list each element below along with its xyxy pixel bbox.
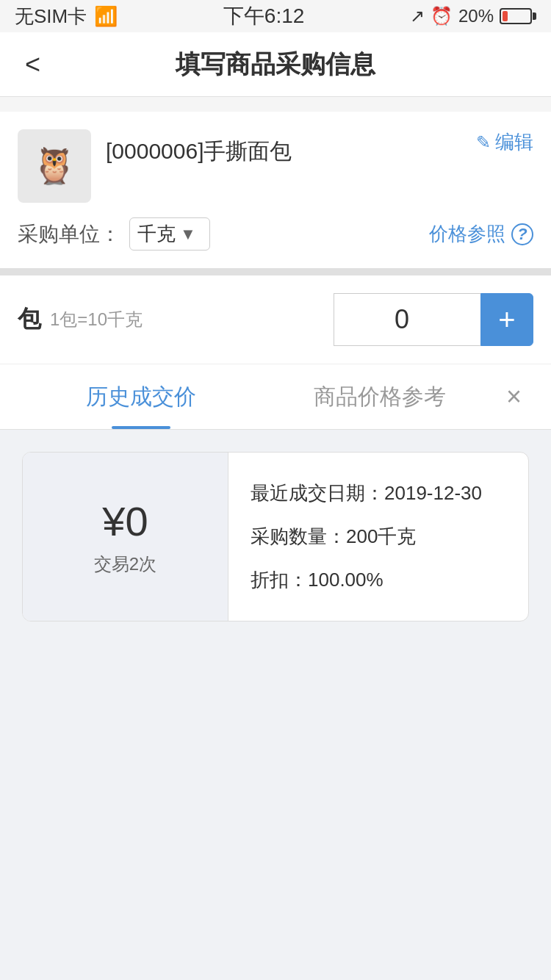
edit-icon: ✎ (476, 132, 491, 153)
plus-icon: + (498, 303, 515, 336)
tab-bar: 历史成交价 商品价格参考 × (0, 364, 551, 430)
purchase-qty-value: 200千克 (346, 525, 416, 547)
trade-count: 交易2次 (94, 552, 156, 576)
price-reference-button[interactable]: 价格参照 ? (429, 221, 533, 247)
quantity-label: 包 1包=10千克 (18, 303, 143, 336)
status-time: 下午6:12 (223, 2, 305, 30)
product-name: [0000006]手撕面包 (106, 129, 292, 167)
wifi-icon: 📶 (94, 5, 118, 28)
status-right: ↗ ⏰ 20% (410, 6, 536, 26)
status-bar: 无SIM卡 📶 下午6:12 ↗ ⏰ 20% (0, 0, 551, 32)
quantity-control: + (334, 293, 533, 346)
discount-value: 100.00% (308, 569, 383, 591)
tab-close-button[interactable]: × (499, 374, 529, 419)
section-divider (0, 268, 551, 275)
price-ref-label: 价格参照 (429, 221, 505, 247)
purchase-qty-row: 采购数量：200千克 (251, 522, 506, 551)
unit-select[interactable]: 千克 ▼ (129, 217, 210, 251)
battery-text: 20% (458, 6, 494, 26)
qty-unit: 包 (18, 303, 41, 336)
quantity-input[interactable] (334, 293, 480, 346)
product-card: 🦉 [0000006]手撕面包 ✎ 编辑 采购单位： 千克 ▼ 价格参照 ? (0, 112, 551, 268)
tab-underline (112, 426, 170, 429)
product-header: 🦉 [0000006]手撕面包 ✎ 编辑 (18, 129, 533, 203)
dropdown-arrow-icon: ▼ (180, 225, 196, 244)
recent-date-value: 2019-12-30 (384, 482, 482, 504)
purchase-qty-label: 采购数量： (251, 525, 346, 547)
discount-row: 折扣：100.00% (251, 566, 506, 594)
unit-label: 采购单位： (18, 220, 120, 248)
discount-label: 折扣： (251, 569, 308, 591)
tab-product-price[interactable]: 商品价格参考 (260, 364, 498, 429)
card-right: 最近成交日期：2019-12-30 采购数量：200千克 折扣：100.00% (228, 453, 528, 621)
page-title: 填写商品采购信息 (176, 48, 375, 82)
back-button[interactable]: < (18, 42, 48, 87)
tab-history-label: 历史成交价 (86, 382, 196, 412)
unit-value: 千克 (137, 221, 176, 247)
tab-product-label: 商品价格参考 (314, 382, 446, 412)
content-area: ¥0 交易2次 最近成交日期：2019-12-30 采购数量：200千克 折扣：… (0, 430, 551, 980)
recent-date-label: 最近成交日期： (251, 482, 384, 504)
product-logo-icon: 🦉 (32, 145, 76, 187)
qty-conversion: 1包=10千克 (50, 308, 143, 331)
edit-button[interactable]: ✎ 编辑 (476, 129, 533, 155)
product-image: 🦉 (18, 129, 91, 203)
carrier-text: 无SIM卡 (15, 4, 87, 29)
product-unit-row: 采购单位： 千克 ▼ 价格参照 ? (18, 217, 533, 251)
unit-left: 采购单位： 千克 ▼ (18, 217, 210, 251)
nav-bar: < 填写商品采购信息 (0, 32, 551, 97)
location-icon: ↗ (410, 6, 425, 26)
alarm-icon: ⏰ (431, 6, 453, 26)
battery-icon (500, 8, 536, 24)
recent-date-row: 最近成交日期：2019-12-30 (251, 479, 506, 508)
quantity-row: 包 1包=10千克 + (0, 275, 551, 364)
card-left: ¥0 交易2次 (23, 453, 228, 621)
product-info: 🦉 [0000006]手撕面包 (18, 129, 292, 203)
tab-history-price[interactable]: 历史成交价 (22, 364, 260, 429)
transaction-card: ¥0 交易2次 最近成交日期：2019-12-30 采购数量：200千克 折扣：… (22, 452, 529, 621)
status-left: 无SIM卡 📶 (15, 4, 118, 29)
edit-label: 编辑 (495, 129, 533, 155)
quantity-plus-button[interactable]: + (480, 293, 533, 346)
transaction-price: ¥0 (102, 497, 148, 545)
help-icon: ? (511, 223, 533, 245)
